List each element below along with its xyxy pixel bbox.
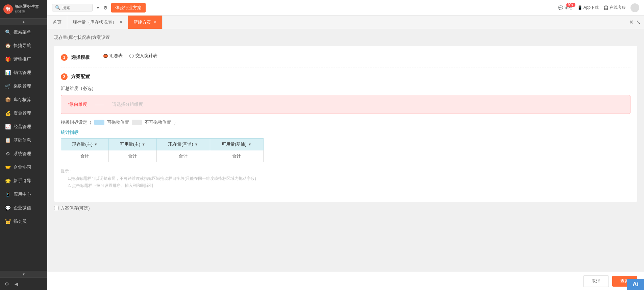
sidebar-icon-quick-nav: 🏠: [5, 43, 11, 49]
tab-inventory-close-icon[interactable]: ✕: [119, 20, 122, 24]
sidebar-item-ops-mgmt[interactable]: 📈经营管理: [0, 120, 47, 134]
sidebar-item-purchase-mgmt[interactable]: 🛒采购管理: [0, 79, 47, 93]
tip-item-1: 2. 点击标题栏下拉可设置排序、插入列和删除列: [61, 182, 630, 190]
sidebar-item-inventory[interactable]: 📦库存核算: [0, 93, 47, 106]
sidebar-icon-sales-mgmt: 📊: [5, 70, 11, 76]
sidebar-label-search-menu: 搜索菜单: [14, 29, 31, 35]
dimension-dash: ——: [95, 102, 104, 107]
stats-label: 统计指标: [61, 129, 630, 136]
tab-new-scheme[interactable]: 新建方案 ✕: [128, 16, 163, 29]
col-dropdown-3[interactable]: ▼: [248, 142, 252, 146]
sidebar-label-marketing: 营销推广: [14, 56, 31, 62]
sidebar-label-quick-nav: 快捷导航: [14, 43, 31, 49]
fixed-indicator: [132, 120, 142, 125]
stats-col-header-0[interactable]: 现存量(主)▼: [61, 139, 109, 150]
tip-item-0: 1.拖动标题栏可以调整布局，不可跨维度或指标区域拖动栏目字段(只能在同一维度或指…: [61, 175, 630, 183]
sidebar-label-ops-mgmt: 经营管理: [14, 124, 31, 130]
topbar: 🔍 ▼ ⚙ 体验行业方案 💬 消息 99+ 📱 App下载 🎧 在线客服: [47, 0, 644, 16]
app-download-btn[interactable]: 📱 App下载: [577, 5, 599, 10]
sidebar-icon-ops-mgmt: 📈: [5, 124, 11, 130]
save-checkbox[interactable]: [54, 206, 58, 210]
tab-close-all-btn[interactable]: ✕: [629, 19, 634, 25]
col-dropdown-1[interactable]: ▼: [142, 142, 145, 146]
content-area: 现存量(库存状况表)方案设置 1 选择模板 汇总表 交叉统计表: [47, 29, 644, 272]
step2-title: 方案配置: [71, 74, 90, 80]
stats-body-row: 合计合计合计合计: [61, 150, 264, 162]
sidebar-label-purchase-mgmt: 采购管理: [14, 83, 31, 89]
audio-icon[interactable]: ◀: [15, 281, 18, 287]
col-label-2: 现存量(基辅): [168, 141, 193, 147]
sidebar-label-sales-mgmt: 销售管理: [14, 70, 31, 76]
topbar-gear-icon[interactable]: ⚙: [103, 5, 108, 10]
tabbar-actions: ✕ ⤡: [629, 19, 641, 25]
sidebar-label-sys-mgmt: 系统管理: [14, 151, 31, 157]
sidebar-item-new-guide[interactable]: 🌟新手引导: [0, 174, 47, 188]
sidebar-bottom: ⚙ ◀: [0, 277, 47, 290]
sidebar-label-inventory: 库存核算: [14, 97, 31, 103]
stats-col-body-1: 合计: [109, 150, 156, 162]
stats-col-header-3[interactable]: 可用量(基辅)▼: [210, 139, 263, 150]
sidebar-item-quick-nav[interactable]: 🏠快捷导航: [0, 39, 47, 52]
tab-expand-btn[interactable]: ⤡: [636, 19, 641, 25]
sidebar-item-finance[interactable]: 💰资金管理: [0, 106, 47, 120]
topbar-right: 💬 消息 99+ 📱 App下载 🎧 在线客服: [558, 3, 639, 12]
stats-header-row: 现存量(主)▼可用量(主)▼现存量(基辅)▼可用量(基辅)▼: [61, 139, 264, 150]
online-service-btn[interactable]: 🎧 在线客服: [603, 5, 626, 10]
radio-cross-label: 交叉统计表: [135, 53, 157, 59]
step1-title: 选择模板: [71, 54, 90, 61]
radio-summary-input[interactable]: [103, 54, 108, 58]
sidebar-icon-member: 👑: [5, 218, 11, 224]
tips-title: 提示：: [61, 169, 73, 173]
radio-cross[interactable]: 交叉统计表: [129, 53, 157, 59]
tabbar: 首页 现存量（库存状况表） ✕ 新建方案 ✕ ✕ ⤡: [47, 16, 644, 29]
settings-card: 1 选择模板 汇总表 交叉统计表 2 方案配置: [54, 46, 637, 202]
tab-home[interactable]: 首页: [47, 16, 67, 29]
sidebar-item-sys-mgmt[interactable]: ⚙系统管理: [0, 147, 47, 161]
tab-inventory-status[interactable]: 现存量（库存状况表） ✕: [67, 16, 128, 29]
sidebar-item-member[interactable]: 👑畅会员: [0, 215, 47, 228]
sidebar-scroll-up[interactable]: ▲: [0, 19, 47, 25]
radio-summary-label: 汇总表: [109, 53, 123, 59]
sidebar-label-member: 畅会员: [14, 218, 27, 224]
sidebar-item-corp-wechat[interactable]: 💬企业微信: [0, 201, 47, 215]
dimension-box[interactable]: *纵向维度 —— 请选择分组维度: [61, 95, 630, 114]
sidebar-label-basic-info: 基础信息: [14, 137, 31, 143]
cancel-button[interactable]: 取消: [583, 275, 609, 287]
user-avatar[interactable]: [630, 3, 639, 12]
tab-new-scheme-close-icon[interactable]: ✕: [154, 20, 157, 24]
settings-icon[interactable]: ⚙: [5, 281, 9, 287]
save-label: 方案保存(可选): [60, 205, 90, 211]
sidebar-item-corp-collab[interactable]: 🤝企业协同: [0, 161, 47, 174]
search-input[interactable]: [62, 5, 89, 10]
vertical-dim-label: *纵向维度: [68, 101, 87, 107]
message-badge: 99+: [566, 3, 575, 7]
sidebar-item-app-center[interactable]: 📱应用中心: [0, 188, 47, 201]
movable-label: 可拖动位置: [107, 119, 129, 125]
sidebar-label-finance: 资金管理: [14, 110, 31, 116]
sidebar-scroll-down[interactable]: ▼: [0, 271, 47, 277]
app-name: 畅康通好生意: [15, 4, 39, 9]
col-dropdown-2[interactable]: ▼: [195, 142, 198, 146]
indicators-row: 模板指标设定（ 可拖动位置 不可拖动位置 ）: [61, 119, 630, 125]
sidebar-item-sales-mgmt[interactable]: 📊销售管理: [0, 66, 47, 79]
sidebar-icon-search-menu: 🔍: [5, 29, 11, 35]
sidebar-icon-sys-mgmt: ⚙: [5, 151, 11, 157]
stats-col-header-2[interactable]: 现存量(基辅)▼: [156, 139, 210, 150]
messages-btn[interactable]: 💬 消息 99+: [558, 5, 573, 10]
trial-btn[interactable]: 体验行业方案: [111, 3, 146, 13]
radio-summary[interactable]: 汇总表: [103, 53, 123, 59]
stats-col-header-1[interactable]: 可用量(主)▼: [109, 139, 156, 150]
ai-badge[interactable]: Ai: [627, 279, 644, 290]
search-icon: 🔍: [55, 5, 60, 10]
search-box[interactable]: 🔍: [52, 4, 93, 11]
search-dropdown-icon[interactable]: ▼: [96, 5, 100, 10]
col-dropdown-0[interactable]: ▼: [94, 142, 98, 146]
main-area: 🔍 ▼ ⚙ 体验行业方案 💬 消息 99+ 📱 App下载 🎧 在线客服: [47, 0, 644, 290]
sidebar-item-marketing[interactable]: 🎁营销推广: [0, 52, 47, 66]
sidebar-item-search-menu[interactable]: 🔍搜索菜单: [0, 25, 47, 39]
sidebar-item-basic-info[interactable]: 📋基础信息: [0, 134, 47, 147]
col-label-3: 可用量(基辅): [222, 141, 247, 147]
tab-home-label: 首页: [53, 19, 61, 25]
radio-cross-input[interactable]: [129, 54, 134, 58]
tab-inventory-label: 现存量（库存状况表）: [73, 19, 117, 25]
